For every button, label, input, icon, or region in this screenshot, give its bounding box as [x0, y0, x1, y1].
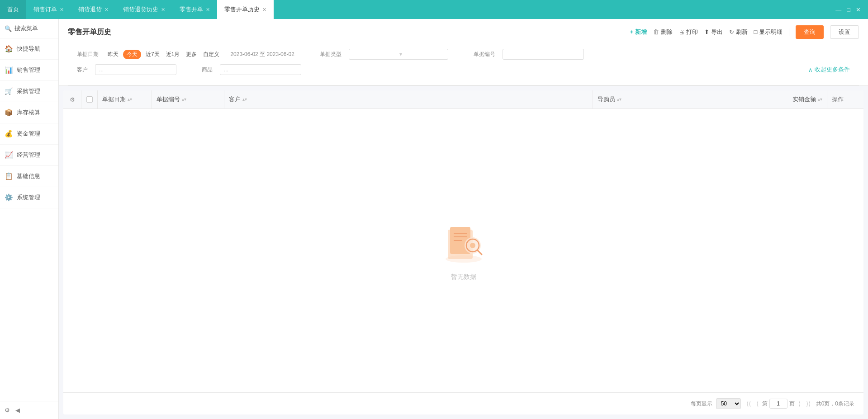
- money-icon: 💰: [5, 130, 13, 138]
- sidebar-item-inventory[interactable]: 📦 库存核算: [0, 102, 58, 123]
- doc-num-input[interactable]: [503, 49, 584, 60]
- collapse-label: 收起更多条件: [815, 66, 850, 74]
- delete-button[interactable]: 🗑 删除: [653, 28, 673, 36]
- date-last7[interactable]: 近7天: [144, 50, 161, 59]
- date-custom[interactable]: 自定义: [201, 50, 221, 59]
- tab-sales-order[interactable]: 销售订单 ✕: [26, 0, 71, 19]
- sidebar: 🔍 搜索菜单 🏠 快捷导航 📊 销售管理 🛒 采购管理 📦 库存核算 💰 资金管…: [0, 19, 59, 419]
- prev-page-btn[interactable]: ⟨: [754, 399, 760, 408]
- date-options: 昨天 今天 近7天 近1月 更多 自定义: [106, 50, 221, 59]
- tab-retail-open-history-close[interactable]: ✕: [262, 7, 266, 13]
- first-page-btn[interactable]: ⟨⟨: [745, 399, 753, 408]
- export-button[interactable]: ⬆ 导出: [704, 28, 723, 36]
- date-more[interactable]: 更多: [184, 50, 199, 59]
- date-today[interactable]: 今天: [123, 50, 141, 59]
- th-amount-label: 实销金额: [792, 95, 816, 104]
- print-button[interactable]: 🖨 打印: [679, 28, 698, 36]
- th-date-label: 单据日期: [102, 95, 126, 104]
- column-settings-btn[interactable]: ⚙: [63, 90, 81, 108]
- sidebar-item-operations-label: 经营管理: [17, 151, 40, 159]
- sidebar-item-purchase-mgmt[interactable]: 🛒 采购管理: [0, 81, 58, 102]
- empty-illustration: [436, 221, 491, 266]
- th-num-label: 单据编号: [157, 95, 180, 104]
- close-btn[interactable]: ✕: [856, 6, 861, 13]
- page-header: 零售开单历史 + 新增 🗑 删除 🖨 打印 ⬆ 导出 ↻ 刷新 □ 显示明细 查…: [59, 19, 868, 86]
- customer-filter-label: 客户: [77, 66, 88, 74]
- date-filter-label: 单据日期: [77, 51, 99, 58]
- th-salesperson[interactable]: 导购员 ▴▾: [593, 90, 638, 108]
- toolbar: + 新增 🗑 删除 🖨 打印 ⬆ 导出 ↻ 刷新 □ 显示明细 查询 设置: [630, 25, 859, 39]
- tab-sales-return[interactable]: 销货退货 ✕: [71, 0, 116, 19]
- tab-sales-return-history-close[interactable]: ✕: [161, 7, 165, 13]
- collapse-arrow-icon: ∧: [808, 66, 813, 73]
- goods-select[interactable]: ...: [220, 64, 301, 75]
- th-customer[interactable]: 客户 ▴▾: [224, 90, 593, 108]
- collapse-icon[interactable]: ◀: [15, 407, 20, 414]
- minimize-btn[interactable]: —: [835, 6, 841, 13]
- setting-button[interactable]: 设置: [830, 25, 859, 39]
- window-controls: — □ ✕: [835, 0, 868, 19]
- sidebar-bottom: ⚙ ◀: [0, 401, 58, 419]
- sidebar-item-basic-info-label: 基础信息: [17, 172, 40, 180]
- sidebar-item-system[interactable]: ⚙️ 系统管理: [0, 187, 58, 208]
- checkbox-all[interactable]: [86, 96, 93, 103]
- tab-sales-return-close[interactable]: ✕: [104, 7, 109, 13]
- refresh-button[interactable]: ↻ 刷新: [729, 28, 748, 36]
- date-last1m[interactable]: 近1月: [164, 50, 182, 59]
- sidebar-item-operations[interactable]: 📈 经营管理: [0, 145, 58, 166]
- empty-text: 暂无数据: [451, 273, 476, 281]
- sidebar-item-basic-info[interactable]: 📋 基础信息: [0, 166, 58, 187]
- th-salesperson-label: 导购员: [598, 95, 615, 104]
- select-all-checkbox[interactable]: [81, 90, 98, 108]
- sidebar-search[interactable]: 🔍 搜索菜单: [0, 19, 58, 38]
- page-label: 第: [762, 400, 768, 408]
- page-title: 零售开单历史: [68, 28, 111, 37]
- tab-sales-return-history[interactable]: 销货退货历史 ✕: [116, 0, 172, 19]
- display-detail-button[interactable]: □ 显示明细: [754, 28, 783, 36]
- customer-select[interactable]: ...: [95, 64, 176, 75]
- document-icon: 📋: [5, 172, 13, 180]
- page-title-row: 零售开单历史 + 新增 🗑 删除 🖨 打印 ⬆ 导出 ↻ 刷新 □ 显示明细 查…: [68, 25, 859, 39]
- filter-area: 单据日期 昨天 今天 近7天 近1月 更多 自定义 2023-06-02 至 2…: [68, 43, 859, 85]
- tab-retail-open-close[interactable]: ✕: [206, 7, 210, 13]
- sort-salesperson-icon: ▴▾: [617, 97, 621, 102]
- tab-home[interactable]: 首页: [0, 0, 26, 19]
- sort-num-icon: ▴▾: [182, 97, 186, 102]
- maximize-btn[interactable]: □: [847, 6, 850, 13]
- th-num[interactable]: 单据编号 ▴▾: [152, 90, 224, 108]
- collapse-filter-btn[interactable]: ∧ 收起更多条件: [808, 66, 850, 74]
- th-customer-label: 客户: [229, 95, 241, 104]
- sidebar-item-quick-nav[interactable]: 🏠 快捷导航: [0, 38, 58, 60]
- th-action-label: 操作: [832, 95, 844, 104]
- th-amount[interactable]: 实销金额 ▴▾: [638, 90, 827, 108]
- date-range-display: 2023-06-02 至 2023-06-02: [230, 51, 294, 58]
- sidebar-item-quick-nav-label: 快捷导航: [17, 45, 40, 53]
- th-date[interactable]: 单据日期 ▴▾: [98, 90, 152, 108]
- tab-sales-order-close[interactable]: ✕: [60, 7, 64, 13]
- date-yesterday[interactable]: 昨天: [106, 50, 120, 59]
- doc-type-select[interactable]: ▾: [349, 49, 448, 60]
- per-page-select[interactable]: 50 10 20 100: [716, 398, 741, 409]
- toolbar-divider: [789, 28, 789, 36]
- pagination: 每页显示 50 10 20 100 ⟨⟨ ⟨ 第 页 ⟩ ⟩⟩ 共0页，0条记录: [63, 392, 863, 414]
- page-input[interactable]: [769, 399, 787, 409]
- new-button[interactable]: + 新增: [630, 28, 647, 36]
- sidebar-item-finance[interactable]: 💰 资金管理: [0, 123, 58, 145]
- next-page-btn[interactable]: ⟩: [797, 399, 802, 408]
- search-icon: 🔍: [5, 25, 12, 32]
- gear-icon: ⚙️: [5, 193, 13, 202]
- last-page-btn[interactable]: ⟩⟩: [804, 399, 812, 408]
- pagination-nav: ⟨⟨ ⟨ 第 页 ⟩ ⟩⟩: [745, 399, 812, 409]
- query-button[interactable]: 查询: [796, 25, 824, 39]
- filter-row-2: 客户 ... 商品 ... ∧ 收起更多条件: [77, 64, 850, 75]
- sidebar-item-sales-mgmt[interactable]: 📊 销售管理: [0, 60, 58, 81]
- content-area: 零售开单历史 + 新增 🗑 删除 🖨 打印 ⬆ 导出 ↻ 刷新 □ 显示明细 查…: [59, 19, 868, 419]
- tab-sales-return-label: 销货退货: [78, 5, 102, 14]
- tab-retail-open-label: 零售开单: [180, 5, 203, 14]
- trending-icon: 📈: [5, 151, 13, 159]
- tab-retail-open[interactable]: 零售开单 ✕: [172, 0, 217, 19]
- filter-row-1: 单据日期 昨天 今天 近7天 近1月 更多 自定义 2023-06-02 至 2…: [77, 49, 850, 60]
- sidebar-item-purchase-mgmt-label: 采购管理: [17, 87, 40, 95]
- settings-icon[interactable]: ⚙: [5, 407, 10, 414]
- tab-retail-open-history[interactable]: 零售开单历史 ✕: [217, 0, 274, 19]
